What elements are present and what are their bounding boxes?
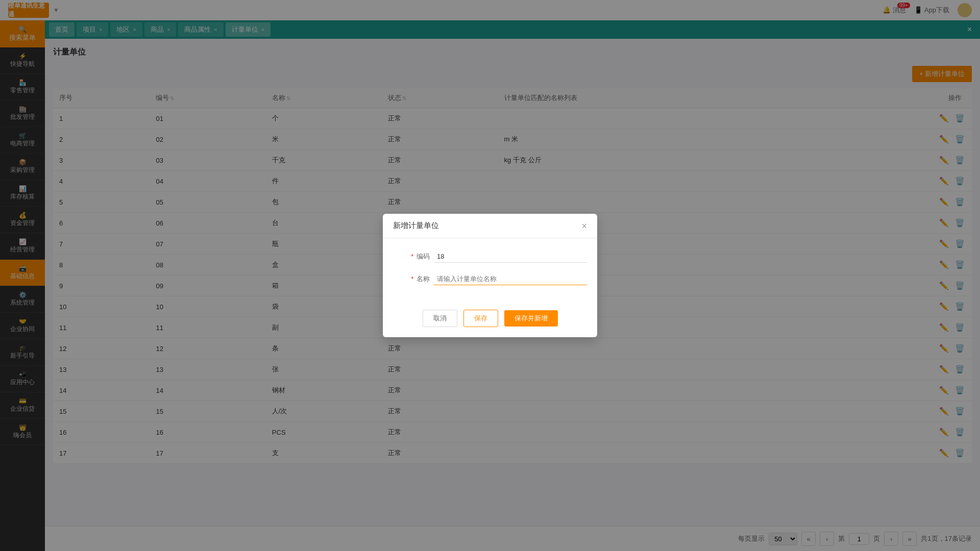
save-button[interactable]: 保存: [463, 310, 498, 327]
code-label: * 编码: [393, 252, 434, 261]
name-form-row: * 名称: [393, 273, 587, 285]
modal-footer: 取消 保存 保存并新增: [383, 304, 597, 337]
name-label: * 名称: [393, 274, 434, 284]
name-required-mark: *: [411, 275, 413, 283]
modal-close-button[interactable]: ×: [581, 221, 587, 231]
modal-title: 新增计量单位: [393, 221, 439, 231]
code-input[interactable]: [434, 251, 587, 263]
modal-body: * 编码 * 名称: [383, 238, 597, 304]
cancel-button[interactable]: 取消: [423, 310, 457, 327]
name-input[interactable]: [434, 273, 587, 285]
modal-overlay[interactable]: 新增计量单位 × * 编码 * 名称 取消 保存 保存并新增: [0, 0, 980, 551]
modal-header: 新增计量单位 ×: [383, 214, 597, 238]
save-and-new-button[interactable]: 保存并新增: [504, 310, 558, 327]
code-form-row: * 编码: [393, 251, 587, 263]
add-measure-unit-modal: 新增计量单位 × * 编码 * 名称 取消 保存 保存并新增: [383, 214, 597, 337]
code-required-mark: *: [411, 253, 413, 260]
